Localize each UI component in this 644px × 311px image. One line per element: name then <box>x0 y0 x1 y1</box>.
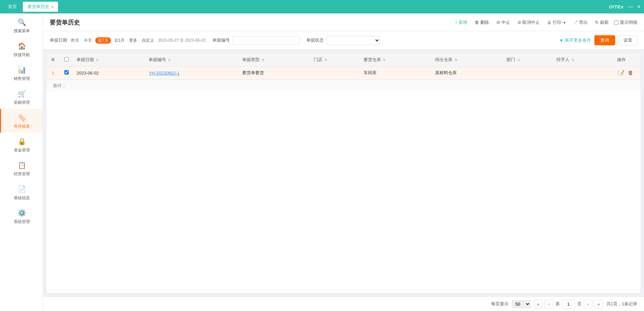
query-button[interactable]: 查询 <box>594 35 615 45</box>
home-icon: 🏠 <box>18 42 26 50</box>
table-footer: 合计： <box>46 80 641 91</box>
col-checkbox <box>60 53 73 66</box>
col-req-warehouse[interactable]: 要货仓库 ⇅ <box>360 53 432 66</box>
date-range-display: 2023-05-27 至 2023-06-02 <box>158 38 205 43</box>
print-dropdown-icon[interactable]: ▼ <box>563 21 566 25</box>
sidebar-item-search[interactable]: 🔍 搜索菜单 <box>0 13 43 37</box>
table-body: 1 2023-06-02 YH-20230602-1 要货单要货 车间库 原材料… <box>46 66 641 79</box>
per-page-label: 每页显示 <box>491 301 508 307</box>
req-warehouse-sort-icon: ⇅ <box>383 58 385 62</box>
select-all-checkbox[interactable] <box>64 57 69 61</box>
table-area: ⚙ 单据日期 ⇅ 单据编号 ⇅ 单据类型 ⇅ 门店 ⇅ 要货仓库 ⇅ 待出仓库 … <box>46 53 641 293</box>
row-pending-warehouse: 原材料仓库 <box>432 66 503 79</box>
page-title-row: 要货单历史 + 新增 🗑 删除 ⊘ 中止 ⊘ 取消中止 🖨 打印 ▼ ↗ 导出 … <box>50 18 637 27</box>
sidebar-item-quick[interactable]: 🏠 快捷导航 <box>0 37 43 61</box>
date-btn-7days[interactable]: 近7天 <box>95 37 111 44</box>
sidebar-label-inventory: 库存核算 <box>14 124 30 129</box>
print-label: 🖨 打印 <box>547 19 561 26</box>
sidebar-item-operation[interactable]: 📋 经营管理 <box>0 157 43 180</box>
date-filter-label: 单据日期 <box>50 37 67 43</box>
row-dept <box>503 66 553 79</box>
date-btn-more[interactable]: 更多 <box>128 37 139 44</box>
show-detail-checkbox[interactable] <box>614 20 619 25</box>
sales-icon: 📊 <box>18 66 26 74</box>
col-billtype[interactable]: 单据类型 ⇅ <box>239 53 310 66</box>
row-num: 1 <box>46 66 60 79</box>
refresh-button[interactable]: ↻ 刷新 <box>593 18 611 27</box>
date-sort-icon: ⇅ <box>96 58 99 62</box>
export-button[interactable]: ↗ 导出 <box>572 18 590 27</box>
date-btn-custom[interactable]: 自定义 <box>141 37 155 44</box>
sidebar-item-basic[interactable]: 📄 基础信息 <box>0 180 43 204</box>
close-btn[interactable]: × <box>637 3 641 10</box>
system-icon: ⚙️ <box>18 209 26 217</box>
sidebar-item-inventory[interactable]: 🏷️ 库存核算 <box>0 109 43 133</box>
tab-history-label: 要货单历史 <box>28 4 49 10</box>
date-btn-today[interactable]: 今天 <box>83 37 93 44</box>
next-page-button[interactable]: › <box>584 300 592 308</box>
col-settings[interactable]: ⚙ <box>46 53 60 66</box>
row-checkbox-cell <box>60 66 73 79</box>
col-handler[interactable]: 经手人 ⇅ <box>553 53 614 66</box>
date-btn-1month[interactable]: 近1月 <box>113 37 126 44</box>
top-bar: 首页 要货单历史 × OfTEn — × <box>0 0 644 13</box>
expand-filter-button[interactable]: ▼ 展开更多条件 <box>559 37 591 43</box>
row-handler <box>553 66 614 79</box>
page-input[interactable] <box>562 300 575 308</box>
tab-history[interactable]: 要货单历史 × <box>23 2 58 12</box>
suspend-button[interactable]: ⊘ 中止 <box>494 18 512 27</box>
billno-label: 单据编号 <box>212 37 230 43</box>
new-button[interactable]: + 新增 <box>453 18 469 27</box>
pagination-bar: 每页显示 20 50 100 « ‹ 第 页 › » 共1页，1条记录 <box>43 297 644 311</box>
table-header: ⚙ 单据日期 ⇅ 单据编号 ⇅ 单据类型 ⇅ 门店 ⇅ 要货仓库 ⇅ 待出仓库 … <box>46 53 641 66</box>
row-req-warehouse: 车间库 <box>360 66 432 79</box>
first-page-button[interactable]: « <box>534 300 543 308</box>
tab-home[interactable]: 首页 <box>3 2 21 12</box>
finance-icon: 🔒 <box>18 137 26 145</box>
delete-action-button[interactable]: 🗑 <box>627 69 634 77</box>
store-sort-icon: ⇅ <box>324 58 327 62</box>
sidebar-item-system[interactable]: ⚙️ 系统管理 <box>0 204 43 228</box>
col-billno[interactable]: 单据编号 ⇅ <box>145 53 239 66</box>
status-select[interactable] <box>326 36 380 45</box>
per-page-select[interactable]: 20 50 100 <box>512 300 531 308</box>
date-btn-yesterday[interactable]: 昨天 <box>70 37 80 44</box>
sidebar-item-finance[interactable]: 🔒 资金管理 <box>0 133 43 157</box>
sidebar-label-system: 系统管理 <box>14 219 30 225</box>
edit-action-button[interactable]: 📝 <box>617 69 625 77</box>
purchase-icon: 🛒 <box>18 90 26 98</box>
sidebar-item-purchase[interactable]: 🛒 采购管理 <box>0 85 43 109</box>
sidebar-label-quick: 快捷导航 <box>14 52 30 58</box>
delete-button[interactable]: 🗑 删除 <box>473 18 491 27</box>
data-table: ⚙ 单据日期 ⇅ 单据编号 ⇅ 单据类型 ⇅ 门店 ⇅ 要货仓库 ⇅ 待出仓库 … <box>46 53 641 80</box>
page-label: 第 <box>555 301 560 307</box>
sidebar-label-finance: 资金管理 <box>14 147 30 153</box>
col-date[interactable]: 单据日期 ⇅ <box>73 53 145 66</box>
minimize-btn[interactable]: — <box>628 4 633 10</box>
brand-label: OfTEn <box>609 4 624 9</box>
row-date: 2023-06-02 <box>73 66 145 79</box>
action-buttons: 📝 🗑 <box>617 69 637 77</box>
total-info: 共1页，1条记录 <box>606 301 637 307</box>
operation-icon: 📋 <box>18 161 26 169</box>
table-row[interactable]: 1 2023-06-02 YH-20230602-1 要货单要货 车间库 原材料… <box>46 66 641 79</box>
col-pending-warehouse[interactable]: 待出仓库 ⇅ <box>432 53 503 66</box>
row-checkbox[interactable] <box>64 70 69 75</box>
filter-section: 单据日期 昨天 今天 近7天 近1月 更多 自定义 2023-05-27 至 2… <box>43 31 644 50</box>
cancel-suspend-button[interactable]: ⊘ 取消中止 <box>516 18 542 27</box>
col-store[interactable]: 门店 ⇅ <box>310 53 360 66</box>
last-page-button[interactable]: » <box>594 300 603 308</box>
tab-close-icon[interactable]: × <box>51 5 53 9</box>
pending-warehouse-sort-icon: ⇅ <box>454 58 457 62</box>
show-detail-button[interactable]: 显示明细 <box>614 19 637 26</box>
billno-input[interactable] <box>232 36 300 45</box>
expand-label: 展开更多条件 <box>565 37 591 43</box>
page-header: 要货单历史 + 新增 🗑 删除 ⊘ 中止 ⊘ 取消中止 🖨 打印 ▼ ↗ 导出 … <box>43 13 644 31</box>
row-billno[interactable]: YH-20230602-1 <box>145 66 239 79</box>
prev-page-button[interactable]: ‹ <box>545 300 553 308</box>
date-filter-group: 单据日期 昨天 今天 近7天 近1月 更多 自定义 2023-05-27 至 2… <box>50 37 206 44</box>
sidebar-item-sales[interactable]: 📊 销售管理 <box>0 61 43 85</box>
settings-button[interactable]: 设置 <box>619 35 637 45</box>
print-button[interactable]: 🖨 打印 ▼ <box>545 18 568 27</box>
col-dept[interactable]: 部门 ⇅ <box>503 53 553 66</box>
